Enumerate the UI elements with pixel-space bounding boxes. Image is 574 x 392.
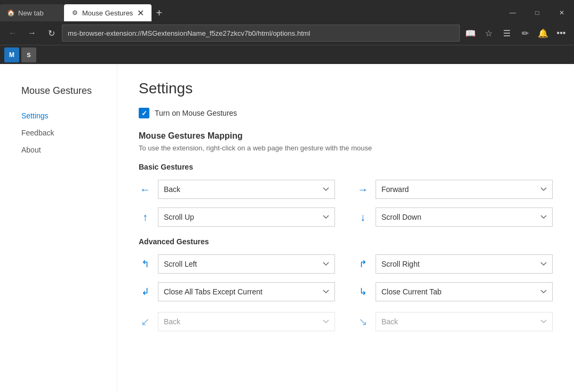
sidebar-item-settings[interactable]: Settings [21, 107, 106, 124]
reading-list-button[interactable]: 📖 [462, 25, 479, 42]
tab-bar: 🏠 New tab ⚙ Mouse Gestures ✕ + — □ ✕ [0, 0, 574, 21]
gesture-select-scroll-left[interactable]: Back Forward Scroll Up Scroll Down Scrol… [158, 254, 335, 274]
nav-bar: ← → ↻ ms-browser-extension://MSGextensio… [0, 21, 574, 45]
gesture-select-scroll-down[interactable]: Back Forward Scroll Up Scroll Down Scrol… [376, 207, 553, 227]
address-bar-url: ms-browser-extension://MSGextensionName_… [68, 29, 310, 37]
mapping-desc: To use the extension, right-click on a w… [139, 144, 553, 152]
gesture-arrow-up: ↑ [139, 211, 152, 223]
gesture-row-extra-right: ↘ Back [356, 312, 553, 331]
window-controls: — □ ✕ [500, 4, 574, 21]
tab-new-tab[interactable]: 🏠 New tab [0, 4, 64, 21]
refresh-button[interactable]: ↻ [43, 25, 60, 42]
extension-icon-2[interactable]: S [21, 47, 36, 62]
gesture-row-scroll-up: ↑ Back Forward Scroll Up Scroll Down Scr… [139, 207, 335, 227]
sidebar-nav: Settings Feedback About [21, 107, 106, 158]
address-bar[interactable]: ms-browser-extension://MSGextensionName_… [62, 25, 460, 42]
gesture-select-scroll-right[interactable]: Back Forward Scroll Up Scroll Down Scrol… [376, 254, 553, 274]
gesture-select-extra-left[interactable]: Back [158, 312, 335, 331]
close-button[interactable]: ✕ [549, 4, 574, 21]
notes-button[interactable]: ✏ [516, 25, 533, 42]
enable-checkbox[interactable] [139, 108, 149, 118]
gesture-arrow-extra-left: ↙ [139, 315, 152, 328]
gesture-arrow-extra-right: ↘ [356, 315, 369, 328]
gesture-row-close-current-tab: ↳ Back Forward Scroll Up Scroll Down Scr… [356, 282, 553, 301]
maximize-button[interactable]: □ [525, 4, 549, 21]
gesture-select-back[interactable]: Back Forward Scroll Up Scroll Down Scrol… [158, 180, 335, 199]
back-button[interactable]: ← [4, 25, 21, 42]
page-title: Settings [139, 80, 553, 97]
mouse-gestures-tab-icon: ⚙ [70, 9, 79, 17]
minimize-button[interactable]: — [500, 4, 525, 21]
gesture-arrow-up-left: ↰ [139, 258, 152, 270]
gesture-row-scroll-left: ↰ Back Forward Scroll Up Scroll Down Scr… [139, 254, 335, 274]
more-gestures-grid: ↙ Back ↘ Back [139, 312, 553, 331]
gesture-arrow-left: ← [139, 183, 152, 196]
extension-bar: M S [0, 45, 574, 64]
mapping-title: Mouse Gestures Mapping [139, 131, 553, 141]
basic-gestures-title: Basic Gestures [139, 163, 553, 171]
browser-chrome: 🏠 New tab ⚙ Mouse Gestures ✕ + — □ ✕ ← →… [0, 0, 574, 64]
main-content: Settings Turn on Mouse Gestures Mouse Ge… [117, 64, 574, 392]
gesture-arrow-right: → [356, 183, 369, 196]
gesture-row-scroll-down: ↓ Back Forward Scroll Up Scroll Down Scr… [356, 207, 553, 227]
page-content: Mouse Gestures Settings Feedback About S… [0, 64, 574, 392]
tab-mouse-gestures[interactable]: ⚙ Mouse Gestures ✕ [64, 4, 152, 21]
tab-close-button[interactable]: ✕ [136, 7, 145, 19]
gesture-select-close-all-tabs[interactable]: Back Forward Scroll Up Scroll Down Scrol… [158, 282, 335, 301]
sidebar-item-about[interactable]: About [21, 141, 106, 158]
gesture-arrow-down-right: ↳ [356, 286, 369, 298]
gesture-select-close-current-tab[interactable]: Back Forward Scroll Up Scroll Down Scrol… [376, 282, 553, 301]
gesture-arrow-down-left: ↲ [139, 286, 152, 298]
gesture-row-extra-left: ↙ Back [139, 312, 335, 331]
gesture-select-scroll-up[interactable]: Back Forward Scroll Up Scroll Down Scrol… [158, 207, 335, 227]
favorites-button[interactable]: ☆ [480, 25, 497, 42]
new-tab-label: New tab [18, 9, 44, 17]
advanced-gestures-section: Advanced Gestures ↰ Back Forward Scroll … [139, 237, 553, 331]
gesture-row-scroll-right: ↱ Back Forward Scroll Up Scroll Down Scr… [356, 254, 553, 274]
enable-checkbox-row: Turn on Mouse Gestures [139, 108, 553, 118]
gesture-row-forward: → Back Forward Scroll Up Scroll Down Scr… [356, 180, 553, 199]
sidebar-title: Mouse Gestures [21, 85, 106, 97]
mouse-gestures-tab-label: Mouse Gestures [82, 9, 133, 17]
extension-icon-1[interactable]: M [4, 47, 19, 62]
new-tab-button[interactable]: + [152, 7, 166, 19]
gesture-arrow-up-right: ↱ [356, 258, 369, 270]
share-button[interactable]: 🔔 [535, 25, 552, 42]
enable-checkbox-label: Turn on Mouse Gestures [155, 109, 237, 117]
gesture-row-close-all-tabs: ↲ Back Forward Scroll Up Scroll Down Scr… [139, 282, 335, 301]
new-tab-icon: 🏠 [6, 9, 15, 17]
sidebar-item-feedback[interactable]: Feedback [21, 124, 106, 141]
sidebar: Mouse Gestures Settings Feedback About [0, 64, 117, 392]
gesture-select-extra-right[interactable]: Back [376, 312, 553, 331]
hub-button[interactable]: ☰ [498, 25, 515, 42]
gesture-select-forward[interactable]: Back Forward Scroll Up Scroll Down Scrol… [376, 180, 553, 199]
more-button[interactable]: ••• [553, 25, 570, 42]
gesture-arrow-down: ↓ [356, 211, 369, 223]
advanced-gestures-title: Advanced Gestures [139, 237, 553, 246]
forward-button[interactable]: → [23, 25, 41, 42]
advanced-gestures-grid: ↰ Back Forward Scroll Up Scroll Down Scr… [139, 254, 553, 301]
gesture-row-back: ← Back Forward Scroll Up Scroll Down Scr… [139, 180, 335, 199]
basic-gestures-grid: ← Back Forward Scroll Up Scroll Down Scr… [139, 180, 553, 227]
nav-actions: 📖 ☆ ☰ ✏ 🔔 ••• [462, 25, 570, 42]
